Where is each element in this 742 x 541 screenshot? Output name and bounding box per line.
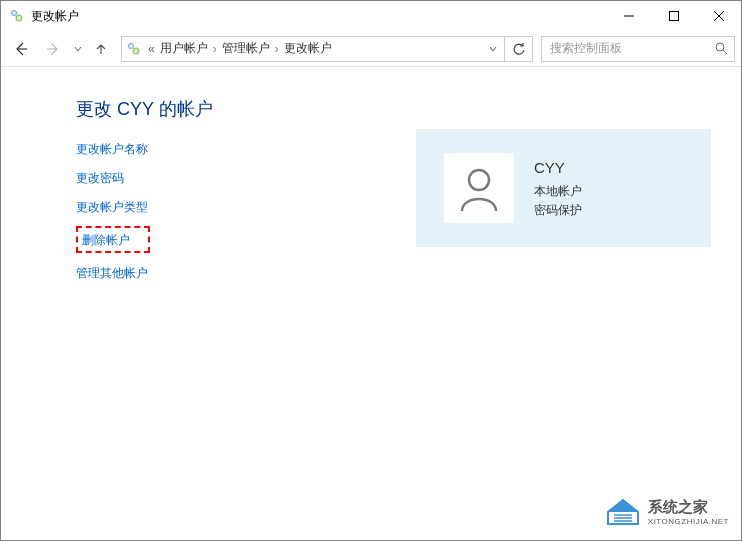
window-title: 更改帐户 [31,8,606,25]
search-icon [708,42,734,55]
refresh-button[interactable] [504,37,532,61]
watermark-title: 系统之家 [648,498,729,517]
action-delete-account[interactable]: 删除帐户 [82,233,130,247]
action-list: 更改帐户名称 更改密码 更改帐户类型 删除帐户 管理其他帐户 [76,139,416,282]
account-card: CYY 本地帐户 密码保护 [416,129,711,247]
svg-line-15 [723,50,727,54]
account-info: CYY 本地帐户 密码保护 [534,156,582,220]
app-icon [9,8,25,24]
watermark-url: XITONGZHIJIA.NET [648,517,729,526]
breadcrumb-item[interactable]: 更改帐户 [281,40,335,57]
search-input[interactable]: 搜索控制面板 [541,36,735,62]
breadcrumb-item[interactable]: 管理帐户 [219,40,273,57]
watermark: 系统之家 XITONGZHIJIA.NET [604,496,729,528]
account-name: CYY [534,156,582,180]
highlight-annotation: 删除帐户 [76,226,150,253]
recent-dropdown[interactable] [71,45,85,53]
svg-point-14 [716,43,724,51]
action-change-name[interactable]: 更改帐户名称 [76,142,148,156]
chevron-right-icon: › [211,42,219,56]
page-title: 更改 CYY 的帐户 [76,97,416,121]
back-button[interactable] [7,35,35,63]
action-change-password[interactable]: 更改密码 [76,171,124,185]
svg-point-3 [17,16,22,21]
address-icon [126,41,142,57]
up-button[interactable] [89,37,113,61]
svg-rect-5 [669,12,678,21]
forward-button[interactable] [39,35,67,63]
address-bar[interactable]: « 用户帐户 › 管理帐户 › 更改帐户 [121,36,533,62]
svg-point-12 [129,44,133,48]
search-placeholder: 搜索控制面板 [550,40,622,57]
action-manage-others[interactable]: 管理其他帐户 [76,266,148,280]
account-protection: 密码保护 [534,201,582,220]
svg-point-13 [134,48,139,53]
svg-point-16 [469,170,489,190]
action-change-type[interactable]: 更改帐户类型 [76,200,148,214]
breadcrumb-prefix: « [148,42,155,56]
account-type: 本地帐户 [534,182,582,201]
avatar [444,153,514,223]
watermark-logo-icon [604,496,642,528]
toolbar: « 用户帐户 › 管理帐户 › 更改帐户 搜索控制面板 [1,31,741,67]
chevron-right-icon: › [273,42,281,56]
close-button[interactable] [696,1,741,31]
maximize-button[interactable] [651,1,696,31]
breadcrumb-item[interactable]: 用户帐户 [157,40,211,57]
titlebar: 更改帐户 [1,1,741,31]
minimize-button[interactable] [606,1,651,31]
address-dropdown[interactable] [482,37,504,61]
svg-point-2 [12,11,16,15]
